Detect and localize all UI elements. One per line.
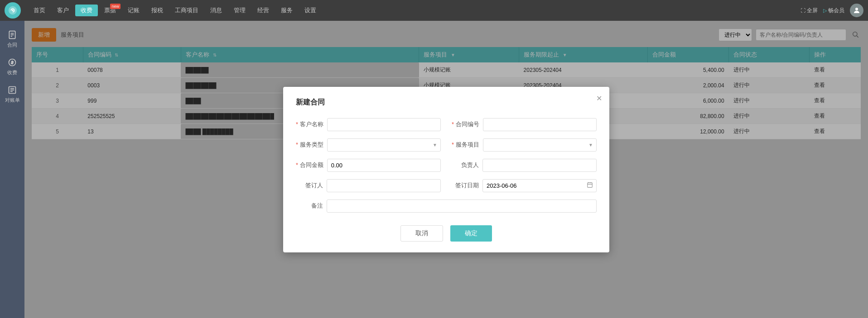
statement-icon — [7, 85, 17, 95]
form-row-amount: 合同金额 — [296, 159, 441, 172]
form-row-contract-no: 合同编号 — [452, 118, 597, 131]
contract-no-input[interactable] — [483, 118, 597, 131]
content-area: 新增 服务项目 进行中 已完成 已终止 序号 — [24, 21, 868, 318]
nav-item-工商项目[interactable]: 工商项目 — [169, 5, 204, 16]
contract-no-label: 合同编号 — [452, 120, 479, 128]
nav-right-section: ⛶ 全屏 ▷ 畅会员 — [800, 4, 863, 17]
nav-item-服务[interactable]: 服务 — [275, 5, 298, 16]
nav-item-消息[interactable]: 消息 — [205, 5, 227, 16]
signatory-label: 签订人 — [296, 181, 323, 190]
service-item-label: 服务项目 — [452, 141, 479, 149]
nav-item-票据[interactable]: 票据new — [99, 5, 121, 16]
new-contract-modal: ✕ 新建合同 客户名称 合同编号 服务类型 — [283, 87, 609, 252]
fee-icon — [7, 57, 17, 67]
customer-name-label: 客户名称 — [296, 120, 323, 128]
nav-item-客户[interactable]: 客户 — [52, 5, 74, 16]
contract-amount-label: 合同金额 — [296, 161, 323, 169]
nav-item-设置[interactable]: 设置 — [299, 5, 322, 16]
modal-overlay: ✕ 新建合同 客户名称 合同编号 服务类型 — [24, 21, 868, 318]
user-avatar[interactable] — [850, 4, 863, 17]
calendar-icon[interactable] — [587, 182, 593, 190]
main-layout: 合同 收费 对账单 新增 服务项目 进 — [0, 21, 868, 318]
form-row-note: 备注 — [296, 199, 597, 213]
fullscreen-button[interactable]: ⛶ 全屏 — [800, 7, 818, 14]
service-item-select-wrapper — [483, 138, 597, 152]
member-button[interactable]: ▷ 畅会员 — [823, 7, 844, 14]
svg-point-0 — [12, 9, 14, 11]
form-row-responsible: 负责人 — [452, 159, 597, 172]
responsible-label: 负责人 — [452, 161, 479, 169]
contract-icon — [7, 30, 17, 40]
service-type-label: 服务类型 — [296, 141, 323, 149]
nav-item-经营[interactable]: 经营 — [252, 5, 275, 16]
top-navigation: 首页客户收费票据new记账报税工商项目消息管理经营服务设置 ⛶ 全屏 ▷ 畅会员 — [0, 0, 868, 21]
nav-item-管理[interactable]: 管理 — [228, 5, 251, 16]
confirm-button[interactable]: 确定 — [450, 225, 492, 242]
nav-item-收费[interactable]: 收费 — [75, 5, 98, 16]
service-type-select-wrapper — [327, 138, 441, 152]
sidebar-item-fee[interactable]: 收费 — [0, 53, 24, 81]
form-row-customer: 客户名称 — [296, 118, 441, 131]
responsible-input[interactable] — [482, 159, 597, 172]
sign-date-wrapper — [482, 179, 597, 192]
form-row-signatory: 签订人 — [296, 179, 441, 192]
service-item-select[interactable] — [483, 138, 597, 152]
nav-item-首页[interactable]: 首页 — [28, 5, 51, 16]
contract-amount-input[interactable] — [327, 159, 441, 172]
service-type-select[interactable] — [327, 138, 441, 152]
form-row-service-item: 服务项目 — [452, 138, 597, 152]
customer-name-input[interactable] — [327, 118, 441, 131]
note-label: 备注 — [296, 202, 323, 210]
nav-item-报税[interactable]: 报税 — [146, 5, 169, 16]
svg-rect-13 — [588, 183, 593, 188]
new-badge: new — [110, 4, 121, 9]
form-grid: 客户名称 合同编号 服务类型 — [296, 118, 597, 213]
note-input[interactable] — [327, 199, 597, 213]
left-sidebar: 合同 收费 对账单 — [0, 21, 24, 318]
sign-date-label: 签订日期 — [452, 181, 479, 190]
cancel-button[interactable]: 取消 — [400, 225, 443, 242]
modal-footer: 取消 确定 — [296, 225, 597, 242]
sidebar-item-contract[interactable]: 合同 — [0, 25, 24, 53]
modal-title: 新建合同 — [296, 98, 597, 107]
sign-date-input[interactable] — [482, 179, 597, 192]
sidebar-item-statement[interactable]: 对账单 — [0, 81, 24, 108]
modal-close-button[interactable]: ✕ — [596, 94, 602, 103]
app-logo[interactable] — [5, 2, 21, 19]
nav-item-记账[interactable]: 记账 — [122, 5, 145, 16]
form-row-sign-date: 签订日期 — [452, 179, 597, 192]
form-row-service-type: 服务类型 — [296, 138, 441, 152]
svg-point-1 — [855, 8, 858, 10]
signatory-input[interactable] — [327, 179, 441, 192]
